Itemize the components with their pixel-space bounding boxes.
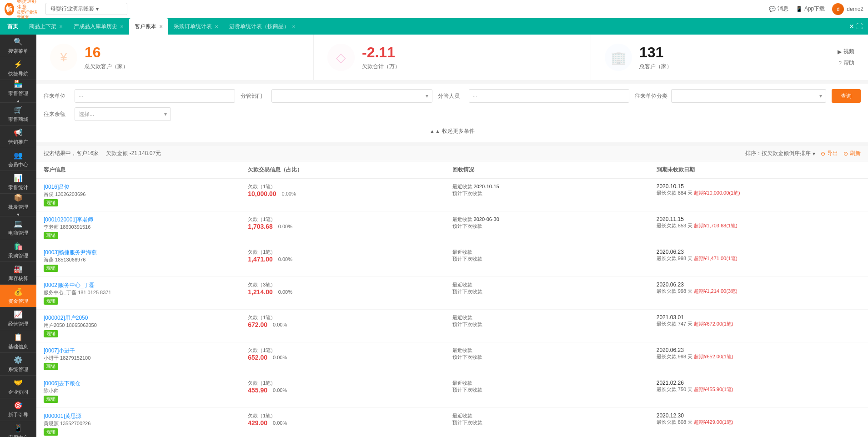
tab-home[interactable]: 首页 xyxy=(2,18,24,35)
export-btn[interactable]: ⊙ 导出 xyxy=(821,150,838,157)
collapse-up-icon: ▲▲ xyxy=(430,128,441,135)
table-row: [0001020001]李老师 李老师 18600391516 现销 欠款（1笔… xyxy=(36,211,868,244)
balance-select[interactable]: 选择... ▾ xyxy=(75,107,171,121)
sidebar-item-retail-stats[interactable]: 📊 零售统计 xyxy=(0,171,36,194)
debt-amount-number: -2.11 xyxy=(362,44,400,61)
customer-name-4[interactable]: [0002]服务中心_丁磊 xyxy=(44,281,248,289)
customer-name-6[interactable]: [0007]小进干 xyxy=(44,347,248,355)
due-date-info-1: 2020.10.15 最长欠款 884 天 超期¥10,000.00(1笔) xyxy=(657,183,861,196)
refresh-btn[interactable]: ⊙ 刷新 xyxy=(843,150,861,157)
from-unit-input[interactable]: ··· xyxy=(75,89,235,103)
debt-amount-2: 1,703.68 xyxy=(248,223,273,230)
debt-info-2: 欠款（1笔） 1,703.68 0.00% xyxy=(248,216,452,230)
dept-select[interactable]: ▾ xyxy=(271,89,432,103)
sidebar-item-retail-mgmt[interactable]: 🏪 零售管理 ▲ xyxy=(0,80,36,103)
logo: 畅 畅捷通好生意 母婴行业演示账套 xyxy=(5,0,41,20)
sidebar-item-batch-mgmt[interactable]: 📦 批发管理 ▼ xyxy=(0,194,36,216)
help-icon: ? xyxy=(838,60,842,66)
stat-card-debt-customers: ¥ 16 总欠款客户（家） xyxy=(36,35,314,80)
unit-type-select[interactable]: ▾ xyxy=(671,89,826,103)
overdue-amount-6[interactable]: 超期¥652.00(1笔) xyxy=(694,354,733,359)
tab-purchase-order[interactable]: 采购订单统计表 ✕ xyxy=(168,18,224,35)
overdue-amount-1[interactable]: 超期¥10,000.00(1笔) xyxy=(694,190,740,196)
overdue-amount-2[interactable]: 超期¥1,703.68(1笔) xyxy=(694,223,737,228)
view-video-btn[interactable]: ▶ 视频 xyxy=(838,48,854,55)
debt-info-6: 欠款（1笔） 652.00 0.00% xyxy=(248,347,452,361)
maximize-icon[interactable]: ⛶ xyxy=(856,23,863,30)
sidebar-item-purchase-mgmt[interactable]: 🛍️ 采购管理 xyxy=(0,239,36,262)
tab-close-customer-account[interactable]: ✕ xyxy=(159,24,163,29)
customer-name-3[interactable]: [0003]畅捷服务尹海燕 xyxy=(44,249,248,256)
col-header-due-date: 到期未收款日期 xyxy=(657,166,861,174)
overdue-amount-7[interactable]: 超期¥455.90(1笔) xyxy=(694,387,733,392)
unit-type-label: 往来单位分类 xyxy=(635,92,667,100)
overdue-amount-8[interactable]: 超期¥429.00(1笔) xyxy=(694,419,733,425)
logo-icon: 畅 xyxy=(5,3,14,15)
message-btn[interactable]: 💬 消息 xyxy=(769,5,788,13)
sidebar-item-ecommerce[interactable]: 💻 电商管理 xyxy=(0,216,36,239)
refresh-icon: ⊙ xyxy=(843,151,848,157)
table-row: [000002]用户2050 用户2050 18665062050 现销 欠款（… xyxy=(36,310,868,342)
from-unit-label: 往来单位 xyxy=(44,92,71,100)
chevron-down-icon-sort: ▾ xyxy=(813,151,815,157)
sidebar-item-system[interactable]: ⚙️ 系统管理 xyxy=(0,353,36,376)
col-header-customer: 客户信息 xyxy=(44,166,248,174)
mall-icon: 🛒 xyxy=(14,105,23,114)
customer-tag-7: 现销 xyxy=(44,396,58,403)
tab-incoming-stats[interactable]: 进货单统计表（按商品） ✕ xyxy=(224,18,301,35)
customer-name-8[interactable]: [000001]黄思源 xyxy=(44,412,248,420)
sidebar-item-operations[interactable]: 📈 经营管理 xyxy=(0,307,36,330)
tab-product-off[interactable]: 商品上下架 ✕ xyxy=(24,18,68,35)
user-menu[interactable]: d demo2 xyxy=(832,3,863,15)
sidebar-item-inventory[interactable]: 🏭 库存核算 xyxy=(0,262,36,285)
tab-close-purchase-order[interactable]: ✕ xyxy=(215,24,218,29)
customer-tag-8: 现销 xyxy=(44,428,58,436)
customer-info-1: [0016]吕俊 吕俊 13026203696 现销 xyxy=(44,183,248,206)
overdue-amount-5[interactable]: 超期¥672.00(1笔) xyxy=(694,321,733,326)
collection-info-5: 最近收款 预计下次收款 xyxy=(452,314,657,328)
due-date-info-2: 2020.11.15 最长欠款 853 天 超期¥1,703.68(1笔) xyxy=(657,216,861,229)
main-layout: 🔍 搜索菜单 ⚡ 快捷导航 🏪 零售管理 ▲ 🛒 零售商城 📢 营销推广 👥 会… xyxy=(0,35,868,437)
customer-phone-6: 小进干 18279152100 xyxy=(44,355,248,362)
app-center-icon: 📱 xyxy=(14,424,23,432)
sidebar-item-member-center[interactable]: 👥 会员中心 xyxy=(0,148,36,171)
query-button[interactable]: 查询 xyxy=(832,89,861,103)
customer-name-7[interactable]: [0006]去下粮仓 xyxy=(44,380,248,387)
debt-percent-4: 0.00% xyxy=(278,289,292,295)
tab-close-incoming-stats[interactable]: ✕ xyxy=(292,24,296,29)
tab-production-history[interactable]: 产成品入库单历史 ✕ xyxy=(68,18,129,35)
sidebar-item-finance[interactable]: 💰 资金管理 xyxy=(0,285,36,307)
tab-close-product-off[interactable]: ✕ xyxy=(59,24,63,29)
overdue-amount-3[interactable]: 超期¥1,471.00(1笔) xyxy=(694,256,737,261)
tab-close-production-history[interactable]: ✕ xyxy=(120,24,124,29)
debt-amount-4: 1,214.00 xyxy=(248,288,273,296)
sidebar-item-basic-info[interactable]: 📋 基础信息 xyxy=(0,330,36,353)
customer-name-5[interactable]: [000002]用户2050 xyxy=(44,314,248,322)
sidebar-item-quick-nav[interactable]: ⚡ 快捷导航 xyxy=(0,57,36,80)
result-bar: 搜索结果中，客户16家 欠款金额 -21,148.07元 排序：按欠款金额倒序排… xyxy=(36,146,868,161)
person-input[interactable]: ··· xyxy=(469,89,629,103)
chevron-down-icon-balance: ▾ xyxy=(164,111,167,117)
sort-selector[interactable]: 排序：按欠款金额倒序排序 ▾ xyxy=(745,150,815,157)
sidebar-item-app-center[interactable]: 📱 应用中心 xyxy=(0,421,36,437)
help-btn[interactable]: ? 帮助 xyxy=(838,59,854,67)
close-tab-icon[interactable]: ✕ xyxy=(849,23,854,30)
app-download-btn[interactable]: 📱 App下载 xyxy=(796,5,825,13)
sidebar-item-enterprise[interactable]: 🤝 企业协同 xyxy=(0,376,36,398)
debt-percent-2: 0.00% xyxy=(278,224,292,229)
customer-name-2[interactable]: [0001020001]李老师 xyxy=(44,216,248,224)
store-selector[interactable]: 母婴行业演示账套 ▾ xyxy=(45,3,127,15)
collapse-filters-btn[interactable]: ▲▲ 收起更多条件 xyxy=(44,126,861,137)
sidebar-item-retail-mall[interactable]: 🛒 零售商城 xyxy=(0,103,36,126)
customer-info-5: [000002]用户2050 用户2050 18665062050 现销 xyxy=(44,314,248,337)
debt-amount-label: 欠款合计（万） xyxy=(362,63,400,70)
sidebar-item-marketing[interactable]: 📢 营销推广 xyxy=(0,126,36,148)
customer-name-1[interactable]: [0016]吕俊 xyxy=(44,183,248,191)
sidebar-item-search-menu[interactable]: 🔍 搜索菜单 xyxy=(0,35,36,57)
debt-customers-label: 总欠款客户（家） xyxy=(85,63,128,70)
result-actions: 排序：按欠款金额倒序排序 ▾ ⊙ 导出 ⊙ 刷新 xyxy=(745,150,861,157)
tab-customer-account[interactable]: 客户账本 ✕ xyxy=(129,18,168,35)
sidebar-item-new-guide[interactable]: 🎯 新手引导 xyxy=(0,398,36,421)
due-date-info-4: 2020.06.23 最长欠款 998 天 超期¥1,214.00(3笔) xyxy=(657,281,861,295)
overdue-amount-4[interactable]: 超期¥1,214.00(3笔) xyxy=(694,288,737,294)
